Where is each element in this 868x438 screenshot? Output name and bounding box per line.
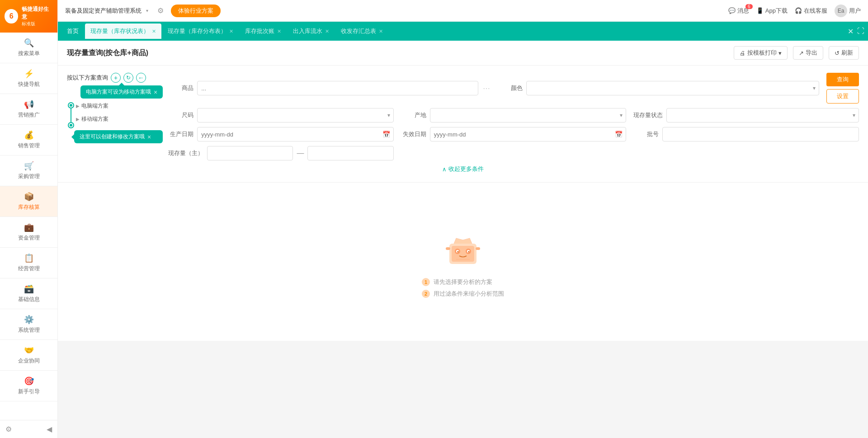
product-input[interactable] xyxy=(197,81,478,95)
app-download-item[interactable]: 📱 App下载 xyxy=(756,7,788,15)
tab-fullscreen-icon[interactable]: ⛶ xyxy=(857,27,864,35)
finance-icon: 💼 xyxy=(24,222,34,232)
refresh-button[interactable]: ↺ 刷新 xyxy=(829,46,859,60)
tab-stock-dist[interactable]: 现存量（库存分布表） ✕ xyxy=(162,24,239,39)
hint-num-2: 2 xyxy=(422,290,430,298)
mobile-scheme-group[interactable]: ▶ 移动端方案 xyxy=(76,113,108,125)
sidebar-item-label: 营销推广 xyxy=(18,111,40,119)
expiry-date-input[interactable] xyxy=(430,127,627,141)
filter-label: 按以下方案查询 xyxy=(67,74,108,82)
sidebar-item-basic[interactable]: 🗃️ 基础信息 xyxy=(0,278,57,309)
stock-main-from-input[interactable] xyxy=(207,146,293,160)
product-dots-icon[interactable]: ⋯ xyxy=(483,84,490,93)
size-select-wrap: 全部 xyxy=(197,108,394,122)
color-select[interactable]: 全部 xyxy=(526,81,819,95)
tab-close-inout-flow[interactable]: ✕ xyxy=(325,28,329,34)
sidebar-item-label: 企业协同 xyxy=(18,357,40,365)
sidebar-item-finance[interactable]: 💼 资金管理 xyxy=(0,217,57,248)
sidebar-item-purchase[interactable]: 🛒 采购管理 xyxy=(0,155,57,186)
filter-row-2: 尺码 全部 产地 xyxy=(168,108,859,122)
message-badge: 6 xyxy=(745,4,753,9)
search-button[interactable]: 查询 xyxy=(826,73,859,86)
origin-select-wrap: 全部 xyxy=(430,108,627,122)
user-avatar-item[interactable]: Ea 用户 xyxy=(835,5,861,17)
filter-controls-row: 按以下方案查询 + ↻ ← xyxy=(67,73,163,83)
sidebar-item-label: 搜索菜单 xyxy=(18,50,40,57)
production-date-input[interactable] xyxy=(197,127,394,141)
basic-icon: 🗃️ xyxy=(24,284,34,294)
scheme-groups: ▶ 电脑端方案 接码员 ▶ 移动端方案 xyxy=(76,100,108,125)
production-date-wrap: 📅 xyxy=(197,127,394,141)
tab-close-recv-summary[interactable]: ✕ xyxy=(379,28,383,34)
sidebar-bottom: ⚙ ◀ xyxy=(0,420,57,438)
empty-state-area: 1 请先选择要分析的方案 2 用过滤条件来缩小分析范围 xyxy=(58,183,868,341)
connector-dot-bottom xyxy=(69,123,73,127)
origin-select[interactable]: 全部 xyxy=(430,108,627,122)
empty-hint-1: 1 请先选择要分析的方案 xyxy=(422,278,504,286)
hint-num-1: 1 xyxy=(422,278,430,286)
tooltip1-close-icon[interactable]: × xyxy=(154,89,157,96)
production-date-calendar-icon[interactable]: 📅 xyxy=(382,131,390,138)
tab-close-batch[interactable]: ✕ xyxy=(277,28,281,34)
sidebar-item-system[interactable]: ⚙️ 系统管理 xyxy=(0,309,57,340)
filter-stock-main-row: 现存量（主） — xyxy=(168,146,394,160)
operation-icon: 📋 xyxy=(24,253,34,263)
expiry-date-calendar-icon[interactable]: 📅 xyxy=(615,131,623,138)
tab-close-stock-dist[interactable]: ✕ xyxy=(229,28,233,34)
filter-stock-status-row: 现存量状态 全部 xyxy=(633,108,859,122)
sidebar-item-marketing[interactable]: 📢 营销推广 xyxy=(0,94,57,125)
trial-button[interactable]: 体验行业方案 xyxy=(171,5,221,17)
filter-origin-row: 产地 全部 xyxy=(401,108,627,122)
settings-icon[interactable]: ⚙ xyxy=(5,425,12,433)
print-template-button[interactable]: 🖨 按模板打印 ▾ xyxy=(734,46,788,60)
tooltip2-close-icon[interactable]: × xyxy=(147,133,151,141)
sidebar-item-search[interactable]: 🔍 搜索菜单 xyxy=(0,33,57,63)
svg-rect-8 xyxy=(446,247,450,250)
content-actions: 🖨 按模板打印 ▾ ↗ 导出 ↺ 刷新 xyxy=(734,46,859,60)
filter-product-row: 商品 ⋯ xyxy=(168,81,490,95)
stock-status-select[interactable]: 全部 xyxy=(666,108,859,122)
filter-form-section: 商品 ⋯ 颜色 全部 xyxy=(168,73,859,160)
sidebar-item-quick-nav[interactable]: ⚡ 快捷导航 xyxy=(0,63,57,94)
export-button[interactable]: ↗ 导出 xyxy=(793,46,823,60)
stock-status-select-wrap: 全部 xyxy=(666,108,859,122)
filter-collapse-button[interactable]: ∧ 收起更多条件 xyxy=(67,160,859,175)
tab-inout-flow[interactable]: 出入库流水 ✕ xyxy=(288,24,335,39)
sidebar: 6 畅捷通好生意 标准版 🔍 搜索菜单 ⚡ 快捷导航 📢 营销推广 💰 销售管理… xyxy=(0,0,58,438)
stock-icon: 📦 xyxy=(24,192,34,202)
collapse-sidebar-icon[interactable]: ◀ xyxy=(47,425,52,433)
search-icon: 🔍 xyxy=(24,38,34,48)
filter-size-row: 尺码 全部 xyxy=(168,108,394,122)
filter-arrow-button[interactable]: ← xyxy=(136,73,146,83)
message-item[interactable]: 💬 6 消息 xyxy=(728,7,749,15)
empty-illustration xyxy=(440,226,486,271)
sidebar-item-label: 采购管理 xyxy=(18,173,40,180)
size-select[interactable]: 全部 xyxy=(197,108,394,122)
sidebar-item-guide[interactable]: 🎯 新手引导 xyxy=(0,371,57,401)
tab-close-stock-status[interactable]: ✕ xyxy=(152,28,156,34)
tab-batch[interactable]: 库存批次账 ✕ xyxy=(240,24,287,39)
sidebar-item-sales[interactable]: 💰 销售管理 xyxy=(0,125,57,155)
batch-input[interactable] xyxy=(662,127,859,141)
mobile-scheme-arrow-icon: ▶ xyxy=(76,117,80,122)
sidebar-item-stock[interactable]: 📦 库存核算 xyxy=(0,186,57,217)
purchase-icon: 🛒 xyxy=(24,161,34,171)
online-service-item[interactable]: 🎧 在线客服 xyxy=(795,7,827,15)
reset-button[interactable]: 设置 xyxy=(826,89,859,104)
filter-expiry-date-row: 失效日期 📅 xyxy=(401,127,627,141)
tab-stock-status[interactable]: 现存量（库存状况表） ✕ xyxy=(85,24,161,39)
enterprise-icon: 🤝 xyxy=(24,345,34,355)
production-date-label: 生产日期 xyxy=(168,130,193,138)
stock-main-to-input[interactable] xyxy=(307,146,393,160)
sidebar-item-operation[interactable]: 📋 经营管理 xyxy=(0,248,57,278)
tab-home[interactable]: 首页 xyxy=(61,24,84,39)
gear-icon[interactable]: ⚙ xyxy=(157,6,164,15)
system-name-chevron-icon: ▾ xyxy=(146,8,148,13)
pc-scheme-group[interactable]: ▶ 电脑端方案 xyxy=(76,100,108,112)
sidebar-item-enterprise[interactable]: 🤝 企业协同 xyxy=(0,340,57,371)
filter-header-row: 按以下方案查询 + ↻ ← 电脑方案可设为移动方案哦 × xyxy=(67,73,859,160)
top-header: 装备及固定资产辅助管理系统 ▾ ⚙ 体验行业方案 💬 6 消息 📱 App下载 … xyxy=(58,0,868,22)
tab-close-all-icon[interactable]: ✕ xyxy=(848,27,854,36)
filter-cycle-button[interactable]: ↻ xyxy=(123,73,133,83)
tab-recv-summary[interactable]: 收发存汇总表 ✕ xyxy=(335,24,388,39)
